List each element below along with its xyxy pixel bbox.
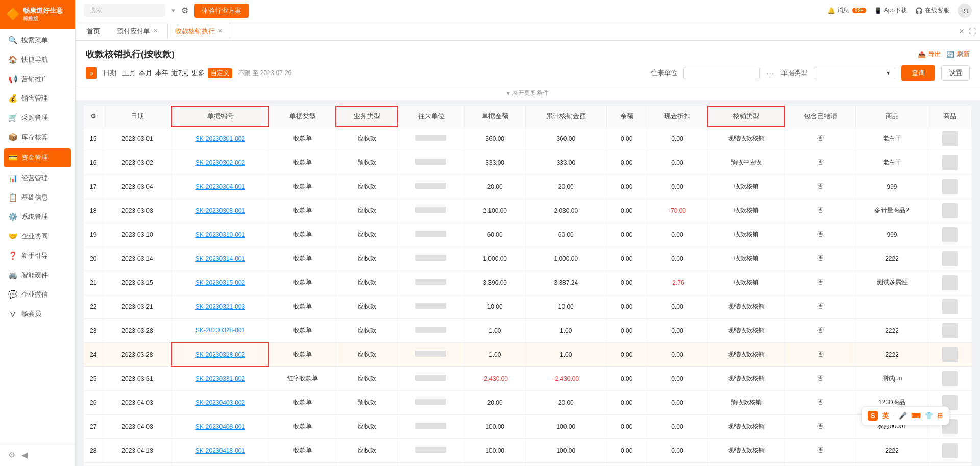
sidebar-item-system[interactable]: ⚙️系统管理 xyxy=(0,207,75,227)
logo-icon: 🔶 xyxy=(6,8,20,21)
watermark-text: 英 xyxy=(882,411,889,421)
sidebar-icon-search: 🔍 xyxy=(8,36,17,45)
footer-slip-type xyxy=(269,462,336,466)
col-settings[interactable]: ⚙ xyxy=(84,106,103,127)
sidebar-item-finance[interactable]: 💳资金管理 xyxy=(4,148,71,167)
collapse-icon[interactable]: ◀ xyxy=(21,450,28,460)
settings-icon[interactable]: ⚙ xyxy=(8,450,15,460)
slip-no-link[interactable]: SK-20230403-002 xyxy=(195,399,245,406)
slip-type-dropdown[interactable]: ▾ xyxy=(814,67,895,79)
date-opt-this-year[interactable]: 本年 xyxy=(155,68,168,78)
shirt-icon[interactable]: 👕 xyxy=(925,412,933,420)
cell-cash-discount: 0.00 xyxy=(647,318,708,342)
slip-no-link[interactable]: SK-20230321-003 xyxy=(195,303,245,310)
date-opt-custom[interactable]: 自定义 xyxy=(208,68,232,78)
topbar-search[interactable]: 搜索 xyxy=(84,4,165,17)
sidebar-item-inventory[interactable]: 📦库存核算 xyxy=(0,128,75,147)
tab-home[interactable]: 首页 xyxy=(80,23,107,39)
topbar-icons: 🔔 消息 99+ 📱 App下载 🎧 在线客服 Rit xyxy=(827,4,972,18)
tab-expand-icon[interactable]: ⛶ xyxy=(969,27,976,35)
service-item[interactable]: 🎧 在线客服 xyxy=(915,6,949,15)
cell-biz-type: 应收款 xyxy=(336,199,398,223)
export-btn[interactable]: 📤 导出 xyxy=(918,50,941,59)
expand-conditions-btn[interactable]: ▾ 展开更多条件 xyxy=(507,89,549,97)
filter-collapse-btn[interactable]: » xyxy=(86,67,97,79)
slip-no-link[interactable]: SK-20230310-001 xyxy=(195,231,245,238)
slip-no-link[interactable]: SK-20230328-001 xyxy=(195,327,245,334)
cell-accumulated: 20.00 xyxy=(525,390,606,414)
tab-collection-label: 收款核销执行 xyxy=(175,27,215,36)
refresh-btn[interactable]: 🔄 刷新 xyxy=(946,50,970,59)
sidebar-item-sales[interactable]: 💰销售管理 xyxy=(0,89,75,108)
tab-prepay[interactable]: 预付应付单 ✕ xyxy=(109,23,165,39)
grid-icon[interactable]: ⊞ xyxy=(937,412,943,420)
date-opt-more[interactable]: 更多 xyxy=(191,68,205,78)
tab-prepay-close[interactable]: ✕ xyxy=(153,28,158,34)
cell-balance: 0.00 xyxy=(606,247,647,271)
date-opt-this-month[interactable]: 本月 xyxy=(139,68,152,78)
sidebar-item-search[interactable]: 🔍搜索菜单 xyxy=(0,31,75,50)
content-area: 收款核销执行(按收款) 📤 导出 🔄 刷新 » 日期 上月 本月 本年 近7天 xyxy=(76,41,980,466)
slip-no-link[interactable]: SK-20230418-001 xyxy=(195,447,245,454)
cell-partner xyxy=(398,151,464,175)
cell-balance: 0.00 xyxy=(606,199,647,223)
partner-input[interactable] xyxy=(683,67,760,79)
keyboard-icon[interactable]: ⌨ xyxy=(911,412,921,420)
cell-amount: 10.00 xyxy=(464,295,525,318)
cell-amount: 100.00 xyxy=(464,438,525,462)
topbar-dropdown-icon[interactable]: ▾ xyxy=(172,7,175,14)
col-goods2: 商品 xyxy=(928,106,971,127)
cell-cash-discount: 0.00 xyxy=(647,295,708,318)
table-settings-icon[interactable]: ⚙ xyxy=(90,112,96,120)
sidebar-item-operations[interactable]: 📊经营管理 xyxy=(0,168,75,188)
sidebar-item-hardware[interactable]: 🖨️智能硬件 xyxy=(0,265,75,285)
slip-no-link[interactable]: SK-20230304-001 xyxy=(195,183,245,190)
footer-slip-no xyxy=(172,462,269,466)
mic-icon[interactable]: 🎤 xyxy=(899,412,907,420)
app-label: App下载 xyxy=(884,6,907,15)
topbar-gear-icon[interactable]: ⚙ xyxy=(181,6,188,15)
industry-btn[interactable]: 体验行业方案 xyxy=(194,4,249,18)
footer-amount xyxy=(464,462,525,466)
sidebar-item-corp[interactable]: 🤝企业协同 xyxy=(0,227,75,246)
slip-no-link[interactable]: SK-20230331-002 xyxy=(195,375,245,382)
cell-partner xyxy=(398,175,464,199)
tab-close-all-icon[interactable]: ✕ xyxy=(959,27,965,35)
slip-no-link[interactable]: SK-20230308-001 xyxy=(195,207,245,214)
sidebar-item-guide[interactable]: ❓新手引导 xyxy=(0,246,75,265)
sidebar-item-shortcuts[interactable]: 🏠快捷导航 xyxy=(0,50,75,69)
cell-cancel-type: 收款核销 xyxy=(708,247,785,271)
slip-no-link[interactable]: SK-20230314-001 xyxy=(195,255,245,262)
table-footer-row: 合计 xyxy=(84,462,972,466)
date-opt-7days[interactable]: 近7天 xyxy=(172,68,188,78)
cell-goods1: 2222 xyxy=(856,342,928,366)
sidebar-item-basic[interactable]: 📋基础信息 xyxy=(0,188,75,207)
slip-no-link[interactable]: SK-20230302-002 xyxy=(195,159,245,166)
sidebar-item-wechat[interactable]: 💬企业微信 xyxy=(0,285,75,304)
date-opt-last-month[interactable]: 上月 xyxy=(122,68,136,78)
tab-collection[interactable]: 收款核销执行 ✕ xyxy=(167,23,230,39)
setting-btn[interactable]: 设置 xyxy=(941,65,970,81)
notification-label: 消息 xyxy=(837,6,849,15)
slip-no-link[interactable]: SK-20230315-002 xyxy=(195,279,245,286)
floating-toolbar[interactable]: S 英 · 🎤 ⌨ 👕 ⊞ xyxy=(861,406,949,425)
sidebar-label-finance: 资金管理 xyxy=(21,153,48,162)
col-cash-discount: 现金折扣 xyxy=(647,106,708,127)
avatar[interactable]: Rit xyxy=(958,4,972,18)
cell-biz-type: 应收款 xyxy=(336,271,398,295)
slip-no-link[interactable]: SK-20230301-002 xyxy=(195,135,245,142)
sidebar-icon-hardware: 🖨️ xyxy=(8,271,17,280)
refresh-icon: 🔄 xyxy=(946,51,954,58)
slip-no-link[interactable]: SK-20230408-001 xyxy=(195,423,245,430)
app-item[interactable]: 📱 App下载 xyxy=(874,6,907,15)
sidebar-item-member[interactable]: V畅会员 xyxy=(0,304,75,324)
query-btn[interactable]: 查询 xyxy=(901,65,935,81)
notification-item[interactable]: 🔔 消息 99+ xyxy=(827,6,866,15)
sidebar-item-purchase[interactable]: 🛒采购管理 xyxy=(0,108,75,128)
cell-include-settled: 否 xyxy=(785,151,856,175)
sidebar-item-marketing[interactable]: 📢营销推广 xyxy=(0,69,75,89)
tab-collection-close[interactable]: ✕ xyxy=(218,28,223,34)
cell-balance: 0.00 xyxy=(606,390,647,414)
table-row: 27 2023-04-08 SK-20230408-001 收款单 应收款 10… xyxy=(84,414,972,438)
slip-no-link[interactable]: SK-20230328-002 xyxy=(195,351,245,358)
